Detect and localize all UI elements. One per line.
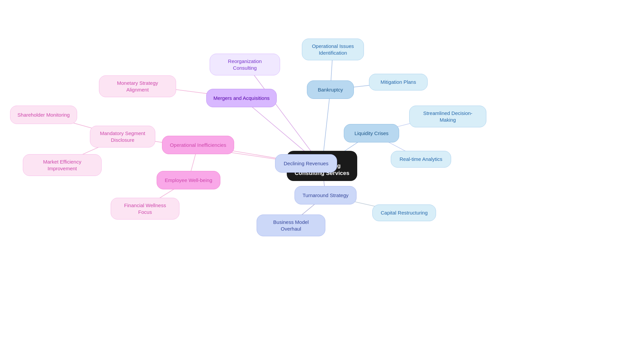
node-bankruptcy[interactable]: Bankruptcy xyxy=(307,80,354,99)
node-mergers[interactable]: Mergers and Acquisitions xyxy=(206,89,277,107)
node-employee[interactable]: Employee Well-being xyxy=(157,171,220,189)
node-business_model[interactable]: Business Model Overhaul xyxy=(257,215,325,236)
node-market[interactable]: Market Efficiency Improvement xyxy=(23,154,102,176)
node-reorganization[interactable]: Reorganization Consulting xyxy=(210,54,280,75)
node-streamlined[interactable]: Streamlined Decision-Making xyxy=(409,106,486,127)
node-mitigation[interactable]: Mitigation Plans xyxy=(369,74,428,90)
node-liquidity[interactable]: Liquidity Crises xyxy=(344,124,399,142)
node-monetary[interactable]: Monetary Strategy Alignment xyxy=(99,75,176,97)
node-shareholder[interactable]: Shareholder Monitoring xyxy=(10,106,77,124)
node-financial_wellness[interactable]: Financial Wellness Focus xyxy=(111,198,179,220)
node-realtime[interactable]: Real-time Analytics xyxy=(391,151,451,168)
mind-map-container: Financial Restructuring Consulting Servi… xyxy=(0,0,644,363)
node-mandatory[interactable]: Mandatory Segment Disclosure xyxy=(90,126,155,147)
node-capital[interactable]: Capital Restructuring xyxy=(372,204,436,221)
node-operational_issues[interactable]: Operational Issues Identification xyxy=(302,39,364,60)
node-turnaround[interactable]: Turnaround Strategy xyxy=(294,186,357,204)
node-operational_ineff[interactable]: Operational Inefficiencies xyxy=(162,136,234,154)
node-declining[interactable]: Declining Revenues xyxy=(275,154,337,173)
